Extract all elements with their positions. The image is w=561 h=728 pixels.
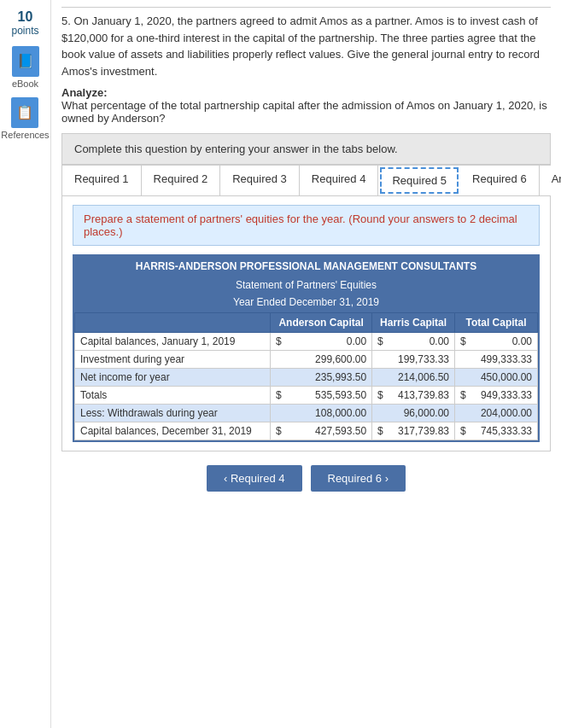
tab-required4[interactable]: Required 4 [300, 166, 379, 195]
anderson-val-0: 0.00 [287, 333, 372, 351]
total-val-1: 499,333.33 [471, 351, 538, 369]
analyze-question: What percentage of the total partnership… [61, 99, 547, 125]
harris-sym-0: $ [372, 333, 389, 351]
instruction-text: Prepare a statement of partners' equitie… [73, 205, 540, 246]
instruction-main: Prepare a statement of partners' equitie… [84, 213, 346, 225]
tab-required3[interactable]: Required 3 [220, 166, 300, 195]
references-icon-group[interactable]: 📋 References [1, 97, 49, 140]
harris-sym-5: $ [372, 422, 389, 440]
points-label: points [11, 25, 38, 37]
anderson-val-3: 535,593.50 [287, 387, 372, 405]
table-row: Capital balances, December 31, 2019$427,… [75, 422, 538, 440]
sidebar: 10 points 📘 eBook 📋 References [0, 0, 51, 512]
row-label-0: Capital balances, January 1, 2019 [75, 333, 271, 351]
total-sym-2 [455, 369, 471, 387]
anderson-sym-3: $ [271, 387, 287, 405]
total-val-3: 949,333.33 [471, 387, 538, 405]
total-sym-1 [455, 351, 471, 369]
anderson-sym-1 [271, 351, 287, 369]
company-name: HARRIS-ANDERSON PROFESSIONAL MANAGEMENT … [74, 256, 538, 277]
harris-val-2: 214,006.50 [389, 369, 455, 387]
harris-sym-1 [372, 351, 389, 369]
tabs-row: Required 1 Required 2 Required 3 Require… [62, 166, 550, 196]
col-header-anderson: Anderson Capital [271, 313, 372, 333]
total-sym-3: $ [455, 387, 471, 405]
harris-val-5: 317,739.83 [389, 422, 455, 440]
references-icon: 📋 [11, 97, 38, 128]
harris-val-3: 413,739.83 [389, 387, 455, 405]
complete-banner: Complete this question by entering your … [61, 133, 551, 165]
tab-required5[interactable]: Required 5 [380, 167, 459, 194]
anderson-val-5: 427,593.50 [287, 422, 372, 440]
total-val-2: 450,000.00 [471, 369, 538, 387]
anderson-sym-4 [271, 405, 287, 422]
total-val-5: 745,333.33 [471, 422, 538, 440]
analyze-section: Analyze: What percentage of the total pa… [61, 86, 551, 125]
total-val-4: 204,000.00 [471, 405, 538, 422]
anderson-sym-0: $ [271, 333, 287, 351]
next-button[interactable]: Required 6 › [311, 465, 406, 492]
table-row: Totals$535,593.50$413,739.83$949,333.33 [75, 387, 538, 405]
harris-val-1: 199,733.33 [389, 351, 455, 369]
table-row: Capital balances, January 1, 2019$0.00$0… [75, 333, 538, 351]
harris-sym-3: $ [372, 387, 389, 405]
row-label-5: Capital balances, December 31, 2019 [75, 422, 271, 440]
col-header-total: Total Capital [455, 313, 538, 333]
tabs-container: Required 1 Required 2 Required 3 Require… [61, 165, 551, 451]
points-number: 10 [18, 9, 33, 25]
statement-table: Anderson Capital Harris Capital Total Ca… [74, 312, 538, 440]
row-label-4: Less: Withdrawals during year [75, 405, 271, 422]
prev-button[interactable]: ‹ Required 4 [207, 465, 302, 492]
harris-sym-2 [372, 369, 389, 387]
col-header-label [75, 313, 271, 333]
intro-text: 5. On January 1, 2020, the partners agre… [61, 7, 551, 79]
total-sym-5: $ [455, 422, 471, 440]
row-label-2: Net income for year [75, 369, 271, 387]
tab-required1[interactable]: Required 1 [62, 166, 142, 195]
total-sym-4 [455, 405, 471, 422]
references-label: References [1, 130, 49, 140]
total-val-0: 0.00 [471, 333, 538, 351]
table-row: Less: Withdrawals during year108,000.009… [75, 405, 538, 422]
ebook-icon-group[interactable]: 📘 eBook [12, 46, 39, 89]
anderson-sym-2 [271, 369, 287, 387]
anderson-val-1: 299,600.00 [287, 351, 372, 369]
statement-title: Statement of Partners' Equities [74, 277, 538, 294]
table-row: Investment during year299,600.00199,733.… [75, 351, 538, 369]
harris-sym-4 [372, 405, 389, 422]
statement-wrapper: HARRIS-ANDERSON PROFESSIONAL MANAGEMENT … [73, 254, 540, 442]
row-label-1: Investment during year [75, 351, 271, 369]
col-header-harris: Harris Capital [372, 313, 455, 333]
tab-required2[interactable]: Required 2 [142, 166, 221, 195]
bottom-nav: ‹ Required 4 Required 6 › [61, 451, 551, 505]
statement-period: Year Ended December 31, 2019 [74, 294, 538, 312]
total-sym-0: $ [455, 333, 471, 351]
anderson-val-4: 108,000.00 [287, 405, 372, 422]
complete-banner-text: Complete this question by entering your … [74, 143, 398, 155]
anderson-val-2: 235,993.50 [287, 369, 372, 387]
points-area: 10 points [11, 9, 38, 38]
tab-required6[interactable]: Required 6 [460, 166, 540, 195]
ebook-icon: 📘 [12, 46, 39, 77]
ebook-label: eBook [12, 79, 38, 89]
harris-val-0: 0.00 [389, 333, 455, 351]
harris-val-4: 96,000.00 [389, 405, 455, 422]
table-row: Net income for year235,993.50214,006.504… [75, 369, 538, 387]
main-content: 5. On January 1, 2020, the partners agre… [51, 0, 561, 512]
tab-content: Prepare a statement of partners' equitie… [62, 196, 550, 451]
anderson-sym-5: $ [271, 422, 287, 440]
analyze-label: Analyze: [61, 86, 107, 99]
tab-analyze[interactable]: Analyze [540, 166, 561, 195]
row-label-3: Totals [75, 387, 271, 405]
